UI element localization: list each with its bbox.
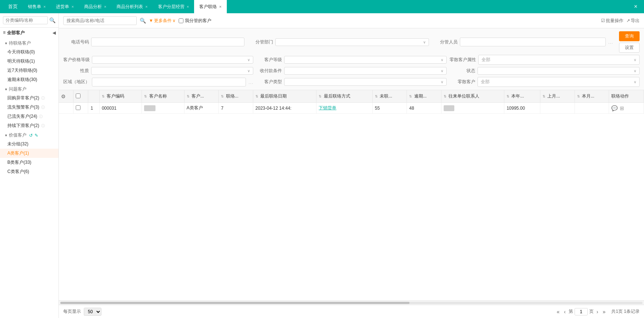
nav-customer-contact[interactable]: 客户联络 ×: [194, 0, 226, 13]
unit-contact-blurred: RE .: [444, 105, 454, 111]
status-label: 状态: [450, 68, 475, 74]
sidebar-item-class-a[interactable]: A类客户(1): [0, 149, 58, 158]
sidebar-item-7days-pending[interactable]: 近7天待联络(0): [0, 66, 58, 75]
filter-search-input[interactable]: [63, 16, 137, 25]
sidebar-item-declining[interactable]: 持续下滑客户(2) ⓘ: [0, 121, 58, 130]
collapse-icon[interactable]: ◀: [53, 31, 56, 35]
info-icon-4: ⓘ: [41, 123, 45, 128]
sidebar-search-input[interactable]: [3, 16, 48, 24]
nav-product-analysis-list[interactable]: 商品分析列表 ×: [111, 0, 153, 13]
nav-product-analysis[interactable]: 商品分析 ×: [79, 0, 111, 13]
scrollbar-track[interactable]: [60, 302, 643, 304]
overdue-col-header[interactable]: ⇅ 逾期...: [407, 90, 441, 103]
close-all-tabs-button[interactable]: ×: [630, 3, 641, 10]
next-page-button[interactable]: ›: [595, 308, 600, 315]
scrollbar-thumb[interactable]: [60, 302, 409, 304]
row-select-checkbox[interactable]: [76, 105, 80, 110]
nav-home[interactable]: 首页: [3, 0, 23, 13]
sidebar-group-value[interactable]: ▼ 价值客户 ↺ ✎: [0, 130, 58, 139]
customer-type-select[interactable]: ∨: [284, 78, 446, 86]
my-customers-checkbox[interactable]: 我分管的客户: [179, 18, 211, 24]
filter-row-1: 电话号码 分管部门 ∨ 分管人员 … 查询 设置: [63, 31, 640, 53]
uncontacted-col-header[interactable]: ⇅ 未联...: [372, 90, 407, 103]
price-grade-label: 客户价格等级: [63, 57, 90, 63]
close-customer-contact-icon[interactable]: ×: [219, 4, 221, 9]
manager-input[interactable]: [460, 38, 606, 46]
close-product-analysis-icon[interactable]: ×: [104, 4, 106, 9]
horizontal-scrollbar[interactable]: [59, 300, 644, 305]
sidebar-item-tomorrow-pending[interactable]: 明天待联络(1): [0, 57, 58, 66]
export-button[interactable]: ↗ 导出: [626, 18, 640, 24]
manager-dots-icon[interactable]: …: [608, 39, 613, 45]
last-month-col-header[interactable]: ⇅ 上月...: [540, 90, 575, 103]
settings-col-header[interactable]: ⚙: [59, 90, 74, 103]
close-customer-segment-icon[interactable]: ×: [187, 4, 189, 9]
sidebar-item-today-pending[interactable]: 今天待联络(0): [0, 47, 58, 57]
sidebar-group-problem[interactable]: ▼ 问题客户: [0, 84, 58, 93]
action-col-header: 联络动作: [609, 90, 644, 103]
payment-label: 收付款条件: [256, 68, 282, 74]
sidebar-group-pending[interactable]: ▼ 待联络客户: [0, 38, 58, 47]
qr-icon[interactable]: ⊞: [620, 105, 624, 111]
sidebar-item-repurchase-abnormal[interactable]: 回购异常客户(2) ⓘ: [0, 93, 58, 103]
batch-op-button[interactable]: ☑ 批量操作: [601, 18, 623, 24]
contact-col-header[interactable]: ⇅ 联络...: [219, 90, 253, 103]
nav-purchase[interactable]: 进货单 ×: [51, 0, 79, 13]
sidebar-all-customers[interactable]: ⠿ 全部客户 ◀: [0, 28, 58, 38]
type-col-header[interactable]: ⇅ 客户...: [184, 90, 219, 103]
sidebar-search-icon[interactable]: 🔍: [49, 17, 56, 23]
row-checkbox[interactable]: [74, 103, 88, 114]
settings-button[interactable]: 设置: [619, 43, 640, 53]
this-month-col-header[interactable]: ⇅ 本月...: [575, 90, 609, 103]
page-size-select[interactable]: 50: [84, 308, 101, 316]
customer-grade-select[interactable]: ∨: [284, 56, 446, 64]
page-input[interactable]: [575, 308, 588, 315]
page-label: 第: [569, 308, 573, 315]
triangle-icon-2: ▼: [4, 88, 8, 91]
refresh-icon[interactable]: ↺: [29, 133, 33, 138]
nature-select[interactable]: ∨: [91, 67, 253, 75]
nav-sales[interactable]: 销售单 ×: [23, 0, 51, 13]
last-method-col-header[interactable]: ⇅ 最后联络方式: [316, 90, 373, 103]
query-button[interactable]: 查询: [619, 31, 640, 41]
last-method-link[interactable]: 下销货单: [319, 105, 336, 110]
this-year-col-header[interactable]: ⇅ 本年...: [504, 90, 540, 103]
nav-customer-segment[interactable]: 客户分层经营 ×: [153, 0, 194, 13]
price-grade-select[interactable]: ∨: [92, 56, 253, 64]
sidebar-item-unclassified[interactable]: 未分组(32): [0, 139, 58, 149]
sidebar-item-overdue-uncontacted[interactable]: 逾期未联络(30): [0, 75, 58, 84]
sidebar-item-churned[interactable]: 已流失客户(24) ⓘ: [0, 112, 58, 121]
region-input[interactable]: [92, 78, 246, 86]
close-purchase-icon[interactable]: ×: [71, 4, 74, 9]
edit-icon[interactable]: ✎: [35, 133, 38, 138]
sidebar-item-class-c[interactable]: C类客户(6): [0, 167, 58, 176]
phone-input[interactable]: [91, 38, 244, 46]
sidebar-item-churn-warning[interactable]: 流失预警客户(3) ⓘ: [0, 103, 58, 112]
checkbox-col-header[interactable]: [74, 90, 88, 103]
code-col-header[interactable]: ⇅ 客户编码: [99, 90, 142, 103]
my-customers-check[interactable]: [179, 18, 183, 23]
unit-contact-col-header[interactable]: ⇅ 往来单位联系人: [441, 90, 504, 103]
message-icon[interactable]: 💬: [611, 105, 618, 111]
more-filters-button[interactable]: ▼ 更多条件 ∨: [149, 18, 176, 24]
last-page-button[interactable]: »: [601, 308, 607, 315]
filter-customer-type: 客户类型 ∨: [256, 78, 446, 86]
settings-gear-icon[interactable]: ⚙: [61, 93, 66, 99]
row-last-method[interactable]: 下销货单: [316, 103, 373, 114]
dept-select[interactable]: ∨: [275, 38, 429, 46]
payment-select[interactable]: ∨: [284, 67, 446, 75]
prev-page-button[interactable]: ‹: [562, 308, 567, 315]
filter-search-button[interactable]: 🔍: [140, 18, 146, 24]
select-all-checkbox[interactable]: [76, 93, 80, 98]
region-dots-icon[interactable]: …: [248, 79, 253, 85]
status-select[interactable]: ∨: [477, 67, 640, 75]
name-col-header[interactable]: ⇅ 客户名称: [142, 90, 184, 103]
sparse-customer-select[interactable]: 全部 ∨: [477, 77, 640, 87]
first-page-button[interactable]: «: [555, 308, 561, 315]
sparse-attr-select[interactable]: 全部 ∨: [478, 55, 640, 65]
close-product-analysis-list-icon[interactable]: ×: [145, 4, 147, 9]
page-end-label: 页: [589, 308, 594, 315]
sidebar-item-class-b[interactable]: B类客户(33): [0, 158, 58, 167]
last-date-col-header[interactable]: ⇅ 最后联络日期: [253, 90, 316, 103]
close-sales-icon[interactable]: ×: [43, 4, 46, 9]
